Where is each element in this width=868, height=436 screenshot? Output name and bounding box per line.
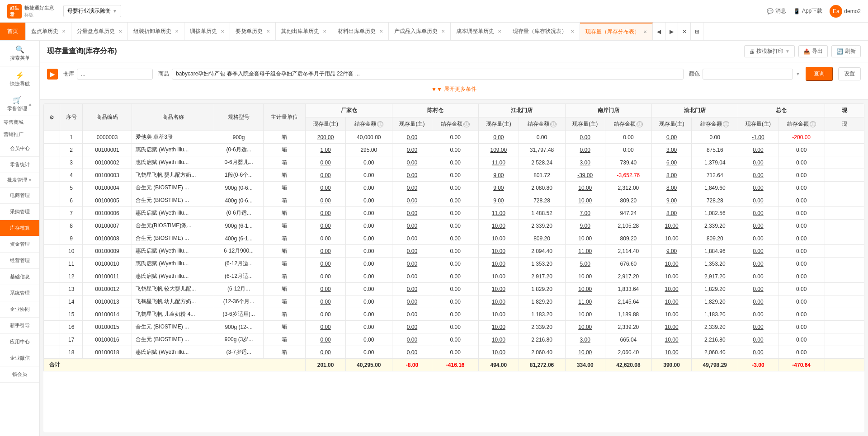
cell-link[interactable]: 0.00: [753, 197, 763, 204]
cell-link[interactable]: 0.00: [320, 324, 330, 330]
cell-link[interactable]: 10.00: [578, 185, 592, 191]
cell-link[interactable]: 0.00: [407, 223, 417, 229]
cell-link[interactable]: 11.00: [492, 210, 505, 216]
cell-link[interactable]: 9.00: [493, 172, 504, 178]
cell-link[interactable]: 0.00: [753, 337, 763, 343]
cell-link[interactable]: 0.00: [666, 134, 677, 141]
cell-link[interactable]: 10.00: [665, 261, 679, 267]
cell-link[interactable]: 10.00: [578, 197, 592, 204]
msg-btn[interactable]: 💬 消息: [767, 7, 786, 15]
tab-cost-adjust[interactable]: 成本调整单历史 ✕: [451, 23, 507, 41]
cell-link[interactable]: 0.00: [407, 159, 417, 166]
factory-amt-info-icon[interactable]: ⓘ: [377, 121, 383, 127]
cell-link[interactable]: 11.00: [578, 299, 592, 305]
cell-link[interactable]: 10.00: [578, 273, 592, 280]
cell-link[interactable]: 0.00: [320, 299, 330, 305]
cell-link[interactable]: -1.00: [752, 134, 764, 141]
sidebar-item-stock[interactable]: 库存核算: [0, 220, 39, 236]
tab-close-icon[interactable]: ✕: [266, 29, 270, 34]
cell-link[interactable]: 10.00: [665, 235, 679, 242]
cell-link[interactable]: 10.00: [492, 349, 505, 356]
cell-link[interactable]: 0.00: [320, 337, 330, 343]
sidebar-item-app-center[interactable]: 应用中心: [0, 334, 39, 350]
cell-link[interactable]: 10.00: [492, 299, 505, 305]
cell-link[interactable]: 0.00: [753, 286, 763, 292]
nanan-amt-info-icon[interactable]: ⓘ: [637, 121, 643, 127]
cell-link[interactable]: 0.00: [493, 134, 504, 141]
sidebar-item-ecommerce[interactable]: 电商管理: [0, 188, 39, 204]
batch-print-btn[interactable]: 🖨 按模板打印 ▼: [744, 45, 795, 57]
cell-link[interactable]: 0.00: [753, 311, 763, 318]
sidebar-item-finance[interactable]: 资金管理: [0, 236, 39, 253]
cell-link[interactable]: 0.00: [407, 286, 417, 292]
cell-link[interactable]: 0.00: [320, 248, 330, 254]
cell-link[interactable]: 0.00: [407, 210, 417, 216]
cell-link[interactable]: 10.00: [665, 311, 679, 318]
cell-link[interactable]: 0.00: [753, 261, 763, 267]
sidebar-item-purchase[interactable]: 采购管理: [0, 204, 39, 220]
sidebar-item-collab[interactable]: 企业协同: [0, 301, 39, 318]
app-download-btn[interactable]: 📱 App下载: [793, 7, 822, 15]
cell-link[interactable]: 10.00: [665, 273, 679, 280]
cell-link[interactable]: 109.00: [491, 147, 507, 153]
cell-link[interactable]: 10.00: [665, 223, 679, 229]
cell-link[interactable]: 10.00: [492, 261, 505, 267]
tab-close-icon[interactable]: ✕: [379, 29, 383, 34]
cell-link[interactable]: 11.00: [492, 159, 505, 166]
cell-link[interactable]: 0.00: [753, 147, 763, 153]
cell-link[interactable]: 8.00: [666, 185, 677, 191]
sidebar-item-retail-stats[interactable]: 零售统计: [0, 157, 39, 173]
tab-prev-btn[interactable]: ◀: [653, 23, 665, 41]
cell-link[interactable]: 10.00: [578, 311, 592, 318]
tab-close-icon[interactable]: ✕: [441, 29, 445, 34]
tab-close-icon[interactable]: ✕: [643, 29, 647, 34]
cell-link[interactable]: 6.00: [666, 159, 677, 166]
tab-transfer[interactable]: 调拨单历史 ✕: [184, 23, 230, 41]
cell-link[interactable]: 0.00: [407, 134, 417, 141]
cell-link[interactable]: 10.00: [578, 286, 592, 292]
cell-link[interactable]: 0.00: [320, 273, 330, 280]
cell-link[interactable]: 10.00: [492, 324, 505, 330]
tab-material-out[interactable]: 材料出库单历史 ✕: [332, 23, 389, 41]
tab-close-icon[interactable]: ✕: [175, 29, 179, 34]
cell-link[interactable]: 3.00: [580, 337, 590, 343]
cell-link[interactable]: 0.00: [407, 172, 417, 178]
sidebar-item-member[interactable]: 会员中心: [0, 141, 39, 157]
cell-link[interactable]: 9.00: [666, 248, 677, 254]
cell-link[interactable]: 0.00: [407, 261, 417, 267]
filter-toggle-btn[interactable]: ▶: [47, 69, 58, 80]
cell-link[interactable]: 10.00: [665, 299, 679, 305]
cell-link[interactable]: 0.00: [407, 349, 417, 356]
refresh-btn[interactable]: 🔄 刷新: [831, 45, 861, 57]
cell-link[interactable]: 10.00: [492, 235, 505, 242]
sidebar-item-marketing[interactable]: 营销推广: [0, 128, 39, 141]
cell-link[interactable]: 0.00: [407, 273, 417, 280]
cell-link[interactable]: 10.00: [578, 349, 592, 356]
cell-link[interactable]: 0.00: [753, 185, 763, 191]
industry-dropdown[interactable]: 母婴行业演示陈套 ▼: [63, 5, 121, 17]
cell-link[interactable]: 0.00: [320, 235, 330, 242]
cell-link[interactable]: 10.00: [492, 311, 505, 318]
cell-link[interactable]: 0.00: [753, 210, 763, 216]
tab-home[interactable]: 首页: [0, 23, 26, 41]
tab-close-icon[interactable]: ✕: [62, 29, 66, 34]
tab-close-icon[interactable]: ✕: [498, 29, 501, 34]
tab-close-all-btn[interactable]: ✕: [678, 23, 691, 41]
cell-link[interactable]: 0.00: [580, 147, 590, 153]
cell-link[interactable]: 0.00: [320, 172, 330, 178]
sidebar-item-member2[interactable]: 畅会员: [0, 366, 39, 383]
cell-link[interactable]: 9.00: [580, 223, 590, 229]
cell-link[interactable]: 0.00: [407, 337, 417, 343]
warehouse-input[interactable]: [77, 69, 153, 80]
cell-link[interactable]: 10.00: [492, 223, 505, 229]
cell-link[interactable]: 0.00: [320, 311, 330, 318]
sidebar-item-basic-info[interactable]: 基础信息: [0, 269, 39, 285]
cell-link[interactable]: 0.00: [320, 223, 330, 229]
sidebar-item-system[interactable]: 系统管理: [0, 285, 39, 301]
cell-link[interactable]: 10.00: [492, 273, 505, 280]
tab-sub-inventory-count[interactable]: 分量盘点单历史 ✕: [71, 23, 128, 41]
cell-link[interactable]: 0.00: [407, 311, 417, 318]
sidebar-item-corp-wechat[interactable]: 企业微信: [0, 350, 39, 366]
cell-link[interactable]: 10.00: [578, 324, 592, 330]
export-btn[interactable]: 📤 导出: [798, 45, 828, 57]
